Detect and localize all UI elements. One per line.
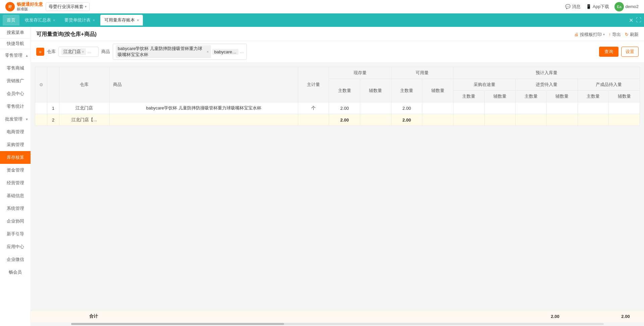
- col-incoming-header: 进货待入量: [516, 79, 578, 91]
- top-bar: 好 畅捷通好生意 标准版 母婴行业演示账套 ▾ 💬 消息 📱 App下载 Ea …: [0, 0, 644, 13]
- row1-settings: [35, 102, 47, 114]
- print-icon: 🖨: [574, 32, 579, 37]
- table-container: ⚙ 仓库 商品 主计量 现存量 可用量 预计入库量 主数量 辅数量 主数量: [31, 63, 644, 310]
- sidebar-item-purchase[interactable]: 采购管理: [0, 138, 31, 151]
- row2-product: [109, 114, 298, 126]
- row1-main-unit: 个: [298, 102, 329, 114]
- table-row: 2 江北门店【... 2.00 2.00: [35, 114, 640, 126]
- row1-pur-main: [453, 102, 484, 114]
- row2-prod-main: [578, 114, 609, 126]
- row1-product: babycare学饮杯 儿童防摔防撞吸管杯重力球吸嘴杯宝宝水杯: [109, 102, 298, 114]
- sidebar-quick-nav[interactable]: 快捷导航: [0, 39, 31, 49]
- sidebar-item-ecommerce[interactable]: 电商管理: [0, 126, 31, 138]
- logo-text: 畅捷通好生意 标准版: [17, 2, 43, 11]
- user-profile[interactable]: Ea demo2: [614, 2, 639, 11]
- row1-prod-main: [578, 102, 609, 114]
- header-actions: 🖨 按模板打印 ▾ ↑ 导出 ↻ 刷新: [574, 32, 639, 38]
- sidebar-item-system[interactable]: 系统管理: [0, 202, 31, 215]
- row1-incoming-aux: [546, 102, 578, 114]
- message-button[interactable]: 💬 消息: [565, 4, 581, 10]
- row2-avail-aux: [422, 114, 453, 126]
- row2-incoming-aux: [546, 114, 578, 126]
- sidebar-item-retail-stats[interactable]: 零售统计: [0, 100, 31, 113]
- top-bar-right: 💬 消息 📱 App下载 Ea demo2: [565, 2, 639, 11]
- col-main-unit-header: 主计量: [298, 67, 329, 102]
- remove-product-tag1[interactable]: ×: [207, 50, 209, 54]
- close-tab-receipts[interactable]: ×: [53, 18, 55, 22]
- col-pur-transit-aux: 辅数量: [484, 91, 516, 102]
- sidebar-item-finance[interactable]: 资金管理: [0, 164, 31, 177]
- warehouse-filter-input[interactable]: 江北门店 × …: [58, 47, 99, 57]
- sidebar-item-newbie[interactable]: 新手引导: [0, 228, 31, 240]
- sidebar-item-member[interactable]: 会员中心: [0, 87, 31, 100]
- row1-current-main: 2.00: [329, 102, 360, 114]
- tab-home[interactable]: 首页: [3, 15, 19, 26]
- row1-avail-aux: [422, 102, 453, 114]
- column-settings-icon[interactable]: ⚙: [39, 82, 43, 87]
- tab-receipts[interactable]: 收发存汇总表 ×: [21, 15, 59, 26]
- warehouse-tag: 江北门店 ×: [61, 48, 86, 55]
- row1-incoming-main: [516, 102, 547, 114]
- close-all-tabs-icon[interactable]: ✕: [629, 17, 633, 24]
- sidebar-item-marketing[interactable]: 营销推广: [0, 75, 31, 87]
- col-prod-main: 主数量: [578, 91, 609, 102]
- app-icon: 📱: [586, 4, 591, 9]
- tab-inventory-book[interactable]: 可用量库存账本 ×: [100, 15, 143, 26]
- sidebar-item-retail-mall[interactable]: 零售商城: [0, 62, 31, 75]
- sidebar-item-member2[interactable]: 畅会员: [0, 266, 31, 279]
- horizontal-scrollbar[interactable]: [31, 322, 644, 326]
- remove-warehouse-tag[interactable]: ×: [82, 50, 84, 54]
- sidebar-item-inventory[interactable]: 库存核算: [0, 151, 31, 164]
- product-filter-input[interactable]: babycare学饮杯 儿童防摔防撞吸管杯重力球吸嘴杯宝宝水杯 × babyca…: [113, 44, 247, 60]
- print-button[interactable]: 🖨 按模板打印 ▾: [574, 32, 605, 38]
- close-tab-order-stats[interactable]: ×: [93, 18, 95, 22]
- main-layout: 搜索菜单 快捷导航 零售管理 ▲ 零售商城 营销推广 会员中心 零售统计 批发管…: [0, 27, 644, 326]
- col-warehouse-header: 仓库: [59, 67, 110, 102]
- sidebar-item-retail[interactable]: 零售管理 ▲: [0, 49, 31, 62]
- content-area: 可用量查询(按仓库+商品) 🖨 按模板打印 ▾ ↑ 导出 ↻ 刷新 »: [31, 27, 644, 326]
- logo-icon: 好: [5, 2, 15, 11]
- tab-order-stats[interactable]: 要货单统计表 ×: [60, 15, 99, 26]
- sidebar-item-basic[interactable]: 基础信息: [0, 189, 31, 202]
- sidebar-item-operations[interactable]: 经营管理: [0, 177, 31, 189]
- sidebar-search[interactable]: 搜索菜单: [0, 27, 31, 39]
- product-tag1: babycare学饮杯 儿童防摔防撞吸管杯重力球吸嘴杯宝宝水杯 ×: [116, 45, 211, 58]
- sidebar-item-enterprise[interactable]: 企业协同: [0, 215, 31, 228]
- chevron-icon: ▼: [25, 118, 29, 121]
- row1-current-aux: [360, 102, 391, 114]
- query-button[interactable]: 查询: [599, 47, 619, 57]
- page-header: 可用量查询(按仓库+商品) 🖨 按模板打印 ▾ ↑ 导出 ↻ 刷新: [31, 27, 644, 41]
- export-button[interactable]: ↑ 导出: [609, 32, 621, 38]
- row2-prod-aux: [609, 114, 640, 126]
- row2-current-aux: [360, 114, 391, 126]
- row2-incoming-main: [516, 114, 547, 126]
- table-row: 1 江北门店 babycare学饮杯 儿童防摔防撞吸管杯重力球吸嘴杯宝宝水杯 个…: [35, 102, 640, 114]
- message-icon: 💬: [565, 4, 571, 9]
- row2-current-main: 2.00: [329, 114, 360, 126]
- row2-pur-aux: [484, 114, 516, 126]
- tab-bar: 首页 收发存汇总表 × 要货单统计表 × 可用量库存账本 × ✕ ⛶: [0, 13, 644, 27]
- filter-more-icon[interactable]: …: [87, 49, 91, 54]
- product-tag2: babycare…: [212, 49, 238, 55]
- industry-selector[interactable]: 母婴行业演示账套 ▾: [46, 2, 90, 11]
- row1-prod-aux: [609, 102, 640, 114]
- product-filter-more-icon[interactable]: …: [240, 49, 244, 54]
- footer-available-total: 2.00: [607, 314, 644, 319]
- sidebar-item-apps[interactable]: 应用中心: [0, 240, 31, 253]
- close-tab-inventory-book[interactable]: ×: [137, 18, 139, 22]
- refresh-button[interactable]: ↻ 刷新: [625, 32, 639, 38]
- scroll-thumb[interactable]: [71, 323, 284, 325]
- col-incoming-main: 主数量: [516, 91, 547, 102]
- fullscreen-icon[interactable]: ⛶: [636, 17, 641, 23]
- row1-pur-aux: [484, 102, 516, 114]
- col-product-header: 商品: [109, 67, 298, 102]
- sidebar-item-wechat[interactable]: 企业微信: [0, 253, 31, 266]
- row1-avail-main: 2.00: [391, 102, 422, 114]
- settings-button[interactable]: 设置: [621, 47, 639, 57]
- expand-filter-button[interactable]: »: [36, 48, 44, 56]
- sidebar-item-wholesale[interactable]: 批发管理 ▼: [0, 113, 31, 126]
- app-download-button[interactable]: 📱 App下载: [586, 4, 609, 10]
- col-current-aux-header: 辅数量: [360, 79, 391, 102]
- table-footer: 合计 2.00 2.00: [31, 310, 644, 322]
- col-current-main-header: 主数量: [329, 79, 360, 102]
